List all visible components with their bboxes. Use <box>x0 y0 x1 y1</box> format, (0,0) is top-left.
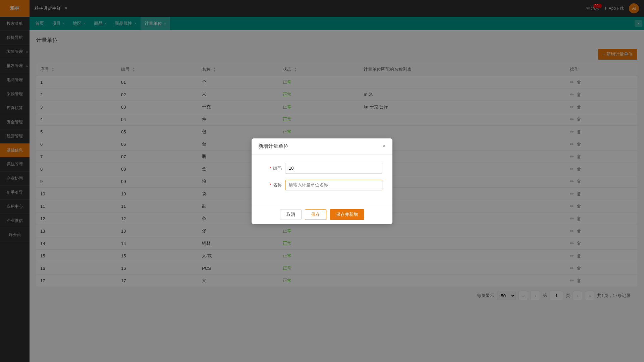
code-form-row: * 编码 <box>262 163 382 174</box>
name-form-row: * 名称 <box>262 180 382 190</box>
modal-close-button[interactable]: × <box>383 143 386 149</box>
cancel-button[interactable]: 取消 <box>280 209 302 220</box>
modal-title: 新增计量单位 <box>258 143 288 149</box>
code-input[interactable] <box>285 163 382 174</box>
save-add-button[interactable]: 保存并新增 <box>330 209 364 220</box>
modal-overlay: 新增计量单位 × * 编码 * 名称 取消 保存 保存并新增 <box>0 0 644 362</box>
add-unit-modal: 新增计量单位 × * 编码 * 名称 取消 保存 保存并新增 <box>252 138 392 224</box>
modal-footer: 取消 保存 保存并新增 <box>252 205 392 224</box>
name-input[interactable] <box>285 180 382 190</box>
save-button[interactable]: 保存 <box>305 209 326 220</box>
modal-body: * 编码 * 名称 <box>252 155 392 205</box>
code-label: * 编码 <box>262 165 282 171</box>
modal-header: 新增计量单位 × <box>252 138 392 155</box>
name-label: * 名称 <box>262 182 282 188</box>
